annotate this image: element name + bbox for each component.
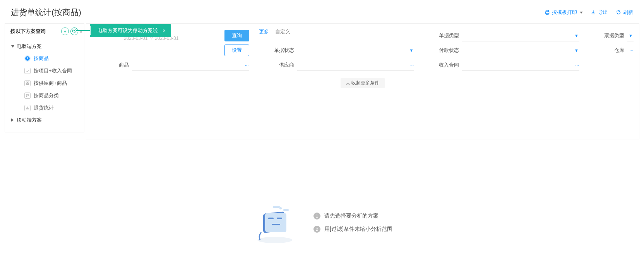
tree-item-by-category[interactable]: 按商品分类 [5, 89, 84, 102]
chart-icon [24, 68, 31, 74]
pay-status-cell: 付款状态 ▼ [422, 45, 579, 56]
svg-rect-16 [272, 224, 280, 225]
sidebar-header: 按以下方案查询 ＋ « [5, 24, 84, 39]
bar-chart-icon [24, 105, 31, 111]
svg-point-9 [26, 94, 27, 96]
printer-icon [545, 10, 550, 15]
svg-rect-15 [277, 218, 282, 219]
page-header: 进货单统计(按商品) 按模板打印 导出 刷新 [0, 0, 644, 23]
tooltip-text: 电脑方案可设为移动方案啦 [95, 27, 158, 34]
tooltip-close-button[interactable]: × [163, 27, 166, 34]
tooltip-box: 电脑方案可设为移动方案啦 × [90, 24, 171, 37]
empty-state: 1 请先选择要分析的方案 2 用[过滤]条件来缩小分析范围 [0, 139, 644, 259]
warehouse-select[interactable]: ··· [627, 45, 634, 56]
svg-rect-8 [28, 84, 29, 85]
bill-type-label: 单据类型 [422, 32, 459, 39]
empty-step-2: 2 用[过滤]条件来缩小分析范围 [313, 226, 392, 233]
filter-panel: 更多 自定义 2023-03-01 至 2023-03-31 单据类型 ▼ 票据… [86, 23, 639, 139]
supplier-label: 供应商 [257, 62, 294, 69]
collapse-bar: ︽ 收起更多条件 [86, 74, 639, 94]
product-cell: 商品 ··· [92, 59, 249, 71]
grid-icon [24, 80, 31, 86]
tree-item-by-supplier-product[interactable]: 按供应商+商品 [5, 77, 84, 89]
tree-item-label: 退货统计 [34, 105, 54, 111]
bill-status-select[interactable]: ▼ [297, 45, 414, 56]
svg-point-11 [257, 237, 292, 243]
bill-status-cell: 单据状态 ▼ [257, 45, 414, 56]
step-number-2: 2 [313, 226, 320, 233]
warehouse-cell: 仓库 ··· [587, 45, 634, 56]
invoice-type-label: 票据类型 [587, 32, 624, 39]
query-scheme-sidebar: 按以下方案查询 ＋ « 电脑端方案 按商品 [5, 23, 84, 132]
income-contract-label: 收入合同 [422, 62, 459, 69]
date-preset-more[interactable]: 更多 [259, 28, 269, 35]
tree-item-label: 按供应商+商品 [34, 80, 67, 87]
tree-item-by-product[interactable]: 按商品 [5, 52, 84, 65]
svg-rect-19 [283, 209, 289, 211]
sidebar-title: 按以下方案查询 [10, 28, 46, 35]
clock-icon [24, 55, 31, 62]
refresh-icon [616, 10, 621, 15]
settings-button[interactable]: 设置 [224, 45, 249, 56]
bill-status-label: 单据状态 [257, 47, 294, 54]
collapse-label: 收起更多条件 [351, 80, 379, 86]
double-chevron-up-icon: ︽ [346, 80, 349, 86]
tree-item-return-stats[interactable]: 退货统计 [5, 102, 84, 114]
chevron-down-icon [580, 12, 583, 14]
bill-type-select[interactable]: ▼ [462, 30, 579, 41]
tree-item-label: 按商品分类 [34, 92, 59, 99]
empty-steps: 1 请先选择要分析的方案 2 用[过滤]条件来缩小分析范围 [313, 213, 392, 233]
svg-rect-6 [28, 82, 29, 83]
step-1-text: 请先选择要分析的方案 [324, 213, 379, 220]
tooltip-dot-icon [73, 29, 76, 32]
tree-group-pc[interactable]: 电脑端方案 [5, 41, 84, 52]
svg-rect-7 [26, 84, 27, 85]
step-number-1: 1 [313, 213, 320, 220]
product-select[interactable]: ··· [132, 59, 249, 71]
mobile-scheme-tooltip: 电脑方案可设为移动方案啦 × [74, 24, 171, 37]
supplier-select[interactable]: ··· [297, 59, 414, 71]
tree-group-pc-label: 电脑端方案 [17, 43, 42, 50]
pay-status-select[interactable]: ▼ [462, 45, 579, 56]
export-icon [591, 10, 596, 15]
step-2-text: 用[过滤]条件来缩小分析范围 [324, 226, 392, 233]
header-actions: 按模板打印 导出 刷新 [545, 9, 633, 16]
tree-item-label: 按商品 [34, 55, 49, 62]
date-preset-custom[interactable]: 自定义 [275, 28, 290, 35]
tree-item-by-project-contract[interactable]: 按项目+收入合同 [5, 65, 84, 77]
tree-group-mobile-label: 移动端方案 [17, 117, 42, 123]
export-button[interactable]: 导出 [591, 9, 608, 16]
refresh-label: 刷新 [623, 9, 633, 16]
collapse-filters-button[interactable]: ︽ 收起更多条件 [341, 78, 385, 88]
product-label: 商品 [92, 62, 129, 69]
svg-rect-13 [265, 213, 286, 232]
tooltip-connector [74, 30, 90, 31]
svg-rect-18 [273, 206, 280, 208]
print-label: 按模板打印 [552, 9, 577, 16]
category-icon [24, 93, 31, 99]
empty-step-1: 1 请先选择要分析的方案 [313, 213, 392, 220]
bill-type-cell: 单据类型 ▼ [422, 30, 579, 41]
tree-item-label: 按项目+收入合同 [34, 67, 72, 74]
add-scheme-button[interactable]: ＋ [61, 27, 69, 35]
svg-point-17 [279, 207, 282, 209]
export-label: 导出 [598, 9, 608, 16]
query-button[interactable]: 查询 [224, 30, 249, 41]
svg-rect-10 [28, 94, 29, 96]
pay-status-label: 付款状态 [422, 47, 459, 54]
invoice-type-select[interactable]: ▼ [627, 30, 634, 41]
income-contract-cell: 收入合同 ··· [422, 59, 579, 71]
supplier-cell: 供应商 ··· [257, 59, 414, 71]
scheme-tree: 电脑端方案 按商品 按项目+收入合同 [5, 39, 84, 127]
refresh-button[interactable]: 刷新 [616, 9, 633, 16]
invoice-type-cell: 票据类型 ▼ [587, 30, 634, 41]
date-preset-row: 更多 自定义 [259, 28, 290, 35]
robot-illustration-icon [252, 201, 298, 244]
warehouse-label: 仓库 [587, 47, 624, 54]
print-by-template-button[interactable]: 按模板打印 [545, 9, 583, 16]
date-filter-input[interactable] [297, 30, 414, 41]
page-title: 进货单统计(按商品) [11, 7, 81, 18]
tree-group-mobile[interactable]: 移动端方案 [5, 114, 84, 126]
svg-rect-5 [26, 82, 27, 83]
income-contract-select[interactable]: ··· [462, 59, 579, 71]
